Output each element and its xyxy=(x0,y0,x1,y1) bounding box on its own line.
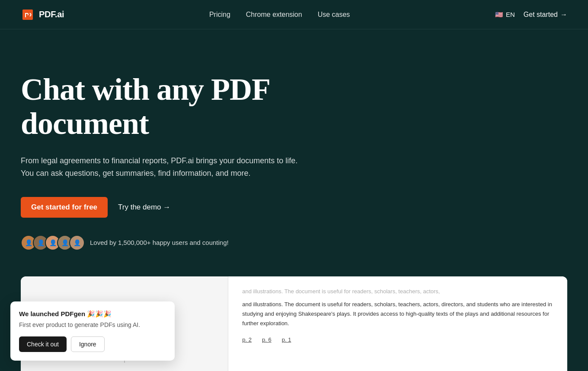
flag-icon: 🇺🇸 xyxy=(495,11,503,19)
language-selector[interactable]: 🇺🇸 EN xyxy=(495,11,515,19)
hero-title: Chat with any PDF document xyxy=(21,73,368,141)
pdf-page-links: p. 2 p. 6 p. 1 xyxy=(242,335,553,345)
toast-body: First ever product to generate PDFs usin… xyxy=(19,320,166,330)
ignore-button[interactable]: Ignore xyxy=(71,336,105,352)
nav-links: Pricing Chrome extension Use cases xyxy=(209,11,350,19)
check-it-out-button[interactable]: Check it out xyxy=(19,336,67,352)
logo[interactable]: PDF.ai xyxy=(21,8,64,22)
hero-section: Chat with any PDF document From legal ag… xyxy=(0,29,389,276)
navbar: PDF.ai Pricing Chrome extension Use case… xyxy=(0,0,588,29)
toast-actions: Check it out Ignore xyxy=(19,336,166,352)
arrow-icon: → xyxy=(560,11,567,19)
get-started-nav-label: Get started xyxy=(524,11,558,19)
toast-title: We launched PDFgen 🎉🎉🎉 xyxy=(19,310,166,318)
pdf-page-link-3[interactable]: p. 1 xyxy=(282,335,291,345)
toast-notification: We launched PDFgen 🎉🎉🎉 First ever produc… xyxy=(10,301,175,361)
get-started-button[interactable]: Get started for free xyxy=(21,197,108,218)
get-started-nav-link[interactable]: Get started → xyxy=(524,11,567,19)
language-label: EN xyxy=(506,11,515,18)
nav-pricing[interactable]: Pricing xyxy=(209,11,230,19)
avatar-group: 👤 👤 👤 👤 👤 xyxy=(21,235,85,251)
pdf-main-text: and illustrations. The document is usefu… xyxy=(242,300,553,328)
nav-chrome-extension[interactable]: Chrome extension xyxy=(246,11,302,19)
avatar: 👤 xyxy=(69,235,85,251)
nav-right: 🇺🇸 EN Get started → xyxy=(495,11,567,19)
pdf-page-link-1[interactable]: p. 2 xyxy=(242,335,252,345)
hero-subtitle-line2: You can ask questions, get summaries, fi… xyxy=(21,167,315,180)
pdf-text-content: and illustrations. The document is usefu… xyxy=(242,287,553,345)
hero-buttons: Get started for free Try the demo → xyxy=(21,197,368,218)
hero-subtitle: From legal agreements to financial repor… xyxy=(21,155,315,180)
logo-label: PDF.ai xyxy=(39,10,64,19)
pdf-page-link-2[interactable]: p. 6 xyxy=(262,335,272,345)
logo-icon xyxy=(21,8,35,22)
pdf-text-blurred: and illustrations. The document is usefu… xyxy=(242,287,553,296)
social-proof: 👤 👤 👤 👤 👤 Loved by 1,500,000+ happy user… xyxy=(21,235,368,251)
hero-subtitle-line1: From legal agreements to financial repor… xyxy=(21,155,315,167)
social-proof-text: Loved by 1,500,000+ happy users and coun… xyxy=(90,239,229,246)
nav-use-cases[interactable]: Use cases xyxy=(318,11,350,19)
pdf-right-panel: and illustrations. The document is usefu… xyxy=(228,276,567,371)
try-demo-button[interactable]: Try the demo → xyxy=(118,203,170,212)
